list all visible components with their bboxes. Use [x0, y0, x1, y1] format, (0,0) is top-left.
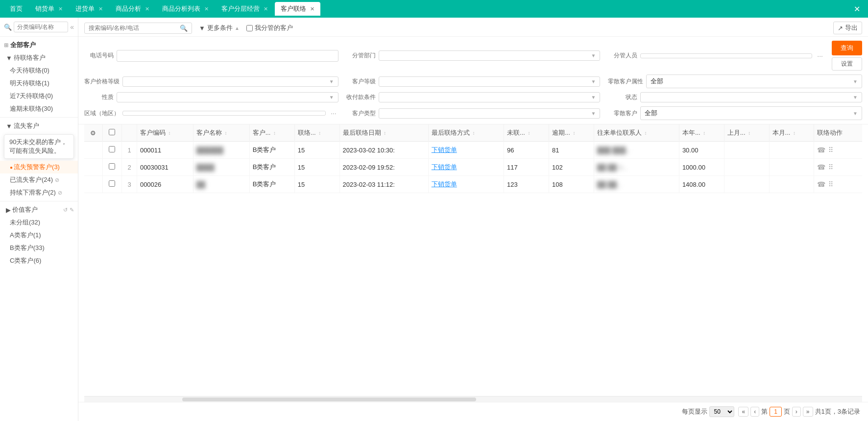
th-settings[interactable]: ⚙ [84, 124, 102, 142]
value-edit-icon[interactable]: ✎ [70, 207, 74, 213]
action-phone-icon-2[interactable]: ☎ [817, 163, 825, 171]
my-customers-checkbox-label[interactable]: 我分管的客户 [246, 24, 293, 32]
td-type-1[interactable]: 下销货单 [428, 142, 504, 159]
gender-select[interactable]: ▼ [117, 92, 338, 102]
scrollbar-thumb[interactable] [182, 397, 476, 401]
td-thismonth-3 [769, 176, 814, 193]
status-select[interactable]: ▼ [640, 92, 862, 102]
search-icon[interactable]: 🔍 [180, 25, 188, 32]
sidebar-item-b-class[interactable]: B类客户(33) [0, 242, 78, 254]
phone-input[interactable] [117, 50, 338, 62]
th-num [122, 124, 137, 142]
th-uncontacted[interactable]: 未联... ↕ [504, 124, 549, 142]
region-ellipsis[interactable]: ··· [329, 109, 338, 117]
close-customer-tier-icon[interactable]: ✕ [264, 6, 268, 12]
sidebar-group-pending[interactable]: ▼ 待联络客户 [0, 51, 78, 64]
td-type-3[interactable]: 下销货单 [428, 176, 504, 193]
price-grade-select[interactable]: ▼ [122, 76, 338, 87]
sidebar-all-customers[interactable]: ⊞ 全部客户 [0, 37, 78, 51]
action-more-icon-3[interactable]: ⠿ [828, 180, 833, 188]
sidebar-group-lost[interactable]: ▼ 流失客户 [0, 120, 78, 132]
nav-tab-home[interactable]: 首页 [4, 2, 28, 16]
dept-select[interactable]: ▼ [379, 50, 601, 61]
zero-attr-select[interactable]: 全部▼ [646, 74, 862, 88]
th-code[interactable]: 客户编码 ↕ [137, 124, 193, 142]
td-num-1: 1 [122, 142, 137, 159]
sidebar-item-today[interactable]: 今天待联络(0) [0, 64, 78, 77]
th-checkbox[interactable] [102, 124, 121, 142]
sidebar-item-overdue-contact[interactable]: 逾期未联络(30) [0, 102, 78, 115]
per-page-select[interactable]: 50 20 100 [709, 406, 734, 417]
nav-tab-analysis[interactable]: 商品分析 ✕ [110, 2, 155, 16]
close-analysis-icon[interactable]: ✕ [145, 6, 149, 12]
sidebar-collapse-icon[interactable]: « [70, 23, 74, 31]
td-type-2[interactable]: 下销货单 [428, 159, 504, 176]
nav-tab-analysis-list[interactable]: 商品分析列表 ✕ [156, 2, 215, 16]
grade-select[interactable]: ▼ [379, 76, 601, 87]
th-overdue[interactable]: 逾期... ↕ [549, 124, 594, 142]
sidebar-item-lost-predicted[interactable]: ● 流失预警客户(3) [0, 161, 78, 173]
close-purchase-icon[interactable]: ✕ [98, 6, 103, 12]
td-contacts-2: 15 [294, 159, 339, 176]
dept-label: 分管部门 [346, 51, 376, 60]
filter-gender: 性质 ▼ [84, 92, 338, 102]
select-all-checkbox[interactable] [109, 129, 115, 135]
query-button[interactable]: 查询 [832, 41, 862, 55]
search-input[interactable] [89, 25, 178, 31]
sidebar-item-lost-already[interactable]: 已流失客户(24) ⊘ [0, 173, 78, 186]
per-page-selector: 每页显示 50 20 100 [682, 406, 734, 417]
more-conditions-button[interactable]: ▼ 更多条件 ▲ [196, 22, 242, 34]
nav-tab-customer-tier[interactable]: 客户分层经营 ✕ [216, 2, 274, 16]
th-contacts[interactable]: 联络... ↕ [294, 124, 339, 142]
manager-select[interactable] [640, 53, 812, 58]
manager-ellipsis[interactable]: ··· [815, 52, 825, 60]
close-analysis-list-icon[interactable]: ✕ [204, 6, 209, 12]
td-checkbox-1[interactable] [102, 142, 121, 159]
th-this-year[interactable]: 本年... ↕ [679, 124, 724, 142]
nav-tab-sales[interactable]: 销货单 ✕ [29, 2, 69, 16]
sidebar-item-c-class[interactable]: C类客户(6) [0, 254, 78, 267]
payment-select[interactable]: ▼ [379, 92, 601, 102]
sidebar-search-input[interactable] [14, 22, 68, 32]
td-checkbox-3[interactable] [102, 176, 121, 193]
filter-row-4: 区域（地区） ··· 客户类型 ▼ 零散客户 全部▼ [84, 106, 862, 120]
close-sales-icon[interactable]: ✕ [58, 6, 63, 12]
sidebar-item-ungroup[interactable]: 未分组(32) [0, 216, 78, 229]
nav-tab-purchase[interactable]: 进货单 ✕ [70, 2, 109, 16]
sidebar-item-lost-convert[interactable]: 持续下滑客户(2) ⊘ [0, 186, 78, 199]
customer-type-select[interactable]: ▼ [379, 108, 601, 119]
sidebar-group-value[interactable]: ▶ 价值客户 ↺ ✎ [0, 203, 78, 216]
close-customer-contact-icon[interactable]: ✕ [310, 6, 314, 12]
th-category[interactable]: 客户... ↕ [249, 124, 294, 142]
first-page-button[interactable]: « [738, 407, 748, 417]
prev-page-button[interactable]: ‹ [750, 407, 759, 417]
td-checkbox-2[interactable] [102, 159, 121, 176]
th-this-month[interactable]: 本月... ↕ [769, 124, 814, 142]
th-last-month[interactable]: 上月... ↕ [724, 124, 769, 142]
my-customers-checkbox[interactable] [246, 25, 253, 31]
sidebar-item-a-class[interactable]: A类客户(1) [0, 229, 78, 242]
value-refresh-icon[interactable]: ↺ [63, 207, 68, 213]
sidebar-item-week[interactable]: 近7天待联络(0) [0, 90, 78, 102]
th-unit-contacts[interactable]: 往来单位联系人 ↕ [594, 124, 679, 142]
window-close-button[interactable]: ✕ [850, 4, 864, 14]
nav-tab-customer-contact[interactable]: 客户联络 ✕ [275, 2, 320, 16]
action-more-icon-2[interactable]: ⠿ [828, 163, 833, 171]
th-name[interactable]: 客户名称 ↕ [193, 124, 249, 142]
export-button[interactable]: ↗ 导出 [833, 22, 862, 34]
th-last-contact-type[interactable]: 最后联络方式 ↕ [428, 124, 504, 142]
horizontal-scrollbar[interactable] [84, 396, 862, 402]
td-lastmonth-3 [724, 176, 769, 193]
settings-button[interactable]: 设置 [832, 57, 862, 71]
zero-customer-value: 全部 [645, 109, 657, 118]
action-phone-icon-1[interactable]: ☎ [817, 146, 825, 154]
th-last-contact-date[interactable]: 最后联络日期 ↕ [339, 124, 428, 142]
next-page-button[interactable]: › [792, 407, 801, 417]
lost-arrow: ▼ [6, 123, 12, 130]
zero-customer-select[interactable]: 全部▼ [640, 106, 862, 120]
last-page-button[interactable]: » [803, 407, 813, 417]
action-phone-icon-3[interactable]: ☎ [817, 180, 825, 188]
sidebar-item-tomorrow[interactable]: 明天待联络(1) [0, 77, 78, 90]
region-select[interactable] [122, 111, 326, 116]
action-more-icon-1[interactable]: ⠿ [828, 146, 833, 154]
